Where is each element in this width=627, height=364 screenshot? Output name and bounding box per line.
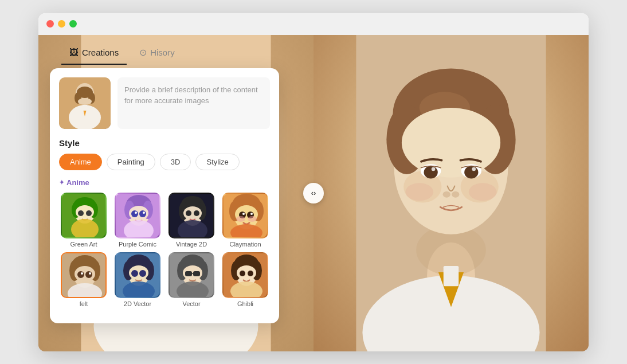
creations-icon: 🖼 — [69, 48, 79, 58]
svg-point-78 — [194, 210, 199, 216]
style-item-2d-vector[interactable]: 2D Vector — [113, 252, 162, 307]
svg-rect-119 — [185, 271, 192, 276]
svg-point-69 — [143, 212, 145, 214]
svg-point-29 — [402, 107, 500, 177]
svg-point-57 — [78, 210, 84, 216]
style-item-vintage-2d[interactable]: Vintage 2D — [167, 193, 216, 248]
tabs-bar: 🖼 Creations ⊙ Hisory — [38, 35, 589, 65]
style-btn-3d[interactable]: 3D — [160, 154, 191, 170]
svg-point-111 — [139, 270, 146, 277]
style-thumb-green-art — [61, 193, 107, 238]
svg-point-102 — [89, 272, 91, 275]
svg-point-67 — [139, 210, 146, 217]
tab-history[interactable]: ⊙ Hisory — [131, 41, 183, 65]
svg-point-58 — [86, 210, 92, 216]
svg-point-35 — [464, 166, 478, 178]
style-item-purple-comic[interactable]: Purple Comic — [113, 193, 162, 248]
panel-card: Provide a brief description of the conte… — [50, 68, 279, 323]
style-btn-painting[interactable]: Painting — [107, 154, 155, 170]
svg-rect-42 — [444, 265, 459, 285]
description-placeholder: Provide a brief description of the conte… — [124, 84, 263, 107]
svg-point-40 — [406, 183, 434, 201]
style-name-green-art: Green Art — [70, 241, 97, 248]
title-bar — [38, 13, 589, 35]
image-right — [314, 35, 589, 351]
style-thumb-ghibli — [222, 252, 268, 298]
svg-point-128 — [237, 265, 256, 280]
svg-point-101 — [81, 272, 83, 275]
svg-point-49 — [78, 98, 92, 105]
style-thumb-2d-vector — [115, 252, 160, 298]
style-thumb-felt — [61, 252, 107, 298]
minimize-button[interactable] — [58, 20, 65, 28]
style-thumb-purple-comic — [115, 193, 160, 238]
style-item-claymation[interactable]: Claymation — [221, 193, 270, 248]
style-item-felt[interactable]: felt — [59, 252, 108, 307]
svg-point-90 — [236, 216, 245, 222]
svg-point-100 — [85, 271, 92, 278]
style-item-ghibli[interactable]: Ghibli — [221, 252, 270, 307]
svg-point-68 — [135, 212, 137, 214]
svg-point-110 — [131, 270, 138, 277]
image-slider-button[interactable]: ‹› — [303, 183, 324, 203]
svg-point-37 — [472, 167, 476, 171]
svg-point-38 — [443, 191, 450, 197]
style-section: Style Anime Painting 3D Stylize Anime — [59, 138, 270, 307]
svg-point-34 — [424, 166, 438, 178]
svg-rect-120 — [193, 271, 200, 276]
style-name-purple-comic: Purple Comic — [119, 241, 156, 248]
upload-row: Provide a brief description of the conte… — [59, 77, 270, 129]
close-button[interactable] — [46, 20, 54, 28]
style-buttons: Anime Painting 3D Stylize — [59, 154, 270, 170]
style-name-vintage-2d: Vintage 2D — [176, 241, 207, 248]
tab-creations[interactable]: 🖼 Creations — [61, 42, 127, 65]
style-item-vector[interactable]: Vector — [167, 252, 216, 307]
browser-window: ‹› 🖼 Creations ⊙ Hisory — [38, 13, 589, 351]
svg-point-89 — [250, 213, 253, 215]
style-name-vector: Vector — [182, 300, 200, 307]
svg-point-41 — [469, 183, 497, 201]
upload-preview[interactable] — [59, 77, 111, 129]
style-thumb-vector — [168, 252, 214, 298]
render-3d — [314, 35, 589, 351]
style-name-felt: felt — [80, 300, 88, 307]
svg-point-66 — [131, 210, 138, 217]
description-textbox[interactable]: Provide a brief description of the conte… — [117, 77, 270, 129]
history-icon: ⊙ — [139, 47, 147, 58]
anime-sublabel: Anime — [59, 178, 270, 187]
maximize-button[interactable] — [69, 20, 77, 28]
svg-point-39 — [452, 191, 459, 197]
svg-point-77 — [186, 210, 191, 216]
svg-rect-50 — [83, 105, 87, 111]
preview-avatar — [59, 77, 111, 129]
svg-point-129 — [240, 271, 245, 276]
tab-creations-label: Creations — [82, 48, 119, 57]
style-name-claymation: Claymation — [229, 241, 261, 248]
style-grid: Green Art — [59, 193, 270, 307]
svg-point-130 — [248, 271, 253, 276]
style-name-2d-vector: 2D Vector — [124, 300, 151, 307]
svg-point-99 — [77, 271, 84, 278]
style-label: Style — [59, 138, 270, 148]
style-btn-anime[interactable]: Anime — [59, 154, 102, 170]
slider-icon: ‹› — [311, 189, 316, 197]
svg-point-36 — [432, 167, 436, 171]
browser-content: ‹› 🖼 Creations ⊙ Hisory — [38, 35, 589, 351]
style-thumb-vintage-2d — [168, 193, 214, 238]
tab-history-label: Hisory — [150, 48, 175, 57]
svg-point-91 — [248, 216, 257, 222]
svg-point-88 — [242, 213, 245, 215]
style-item-green-art[interactable]: Green Art — [59, 193, 108, 248]
style-name-ghibli: Ghibli — [237, 300, 253, 307]
style-btn-stylize[interactable]: Stylize — [195, 154, 239, 170]
style-thumb-claymation — [222, 193, 268, 238]
